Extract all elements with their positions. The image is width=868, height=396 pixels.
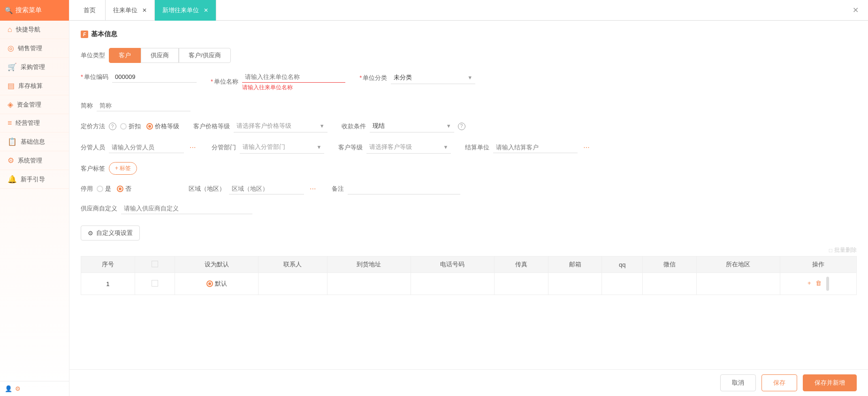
col-default: 设为默认 bbox=[175, 256, 259, 273]
pricing-level-radio bbox=[146, 123, 153, 130]
disabled-yes-option[interactable]: 是 bbox=[97, 185, 111, 193]
batch-delete-label[interactable]: 批量删除 bbox=[834, 246, 857, 254]
dept-chevron-icon: ▼ bbox=[316, 144, 321, 150]
unit-type-row: 单位类型 客户 供应商 客户/供应商 bbox=[81, 48, 857, 63]
settlement-unit-input[interactable] bbox=[493, 142, 578, 153]
section-title-label: 基本信息 bbox=[91, 30, 117, 39]
table-row: 1 默认 bbox=[81, 273, 857, 295]
settlement-unit-field: 结算单位 ··· bbox=[465, 142, 591, 153]
sidebar-search-label: 搜索菜单 bbox=[15, 6, 42, 15]
name-required-star: * bbox=[211, 78, 213, 85]
tab-partner-close[interactable]: ✕ bbox=[142, 7, 147, 14]
tab-partner[interactable]: 往来单位 ✕ bbox=[106, 0, 155, 21]
save-and-new-button[interactable]: 保存并新增 bbox=[803, 374, 857, 391]
row-default-radio[interactable]: 默认 bbox=[180, 280, 253, 288]
col-email: 邮箱 bbox=[548, 256, 602, 273]
customer-tag-field: 客户标签 + 标签 bbox=[81, 162, 175, 175]
payment-terms-help-icon[interactable]: ? bbox=[458, 123, 465, 130]
dept-select[interactable]: 请输入分管部门 ▼ bbox=[240, 141, 324, 154]
supplier-custom-input[interactable] bbox=[121, 203, 252, 214]
abbreviation-input[interactable] bbox=[97, 100, 190, 111]
disabled-no-option[interactable]: 否 bbox=[117, 185, 131, 193]
row-address bbox=[327, 273, 411, 295]
basic-info-icon: 📋 bbox=[8, 137, 17, 146]
pricing-discount-option[interactable]: 折扣 bbox=[120, 122, 141, 131]
region-field: 区域（地区） ··· bbox=[189, 183, 318, 194]
region-more-btn[interactable]: ··· bbox=[308, 185, 318, 193]
sidebar-item-quick-nav[interactable]: ⌂ 快捷导航 bbox=[0, 21, 69, 39]
batch-delete-icon: □ bbox=[829, 247, 832, 254]
sidebar-item-newbie[interactable]: 🔔 新手引导 bbox=[0, 170, 69, 189]
sidebar-item-label: 资金管理 bbox=[17, 101, 41, 109]
unit-code-input[interactable] bbox=[112, 71, 197, 83]
tabbar-close-button[interactable]: ✕ bbox=[848, 6, 863, 15]
header-checkbox[interactable] bbox=[152, 261, 158, 267]
sidebar-item-inventory[interactable]: ▤ 库存核算 bbox=[0, 77, 69, 95]
code-name-category-row: *单位编码 *单位名称 请输入往来单位名称 bbox=[81, 71, 857, 92]
save-button[interactable]: 保存 bbox=[761, 374, 797, 391]
sidebar-search[interactable]: 🔍 搜索菜单 bbox=[0, 0, 69, 21]
pricing-method-label: 定价方法 ? bbox=[81, 122, 116, 131]
tag-row: 客户标签 + 标签 bbox=[81, 162, 857, 175]
disabled-label: 停用 bbox=[81, 185, 93, 193]
abbreviation-row: 简称 bbox=[81, 100, 857, 111]
sidebar-item-label: 新手引导 bbox=[21, 175, 45, 184]
row-wechat bbox=[642, 273, 696, 295]
tab-new-partner-close[interactable]: ✕ bbox=[204, 7, 208, 14]
custom-settings-button[interactable]: ⚙ 自定义项设置 bbox=[81, 225, 140, 241]
sidebar-item-finance[interactable]: ◈ 资金管理 bbox=[0, 95, 69, 114]
unit-code-field: *单位编码 bbox=[81, 71, 197, 83]
table-header-row: 序号 设为默认 联系人 到货地址 电话号码 传真 邮箱 qq 微信 所在地区 操… bbox=[81, 256, 857, 273]
add-tag-button[interactable]: + 标签 bbox=[109, 162, 137, 175]
payment-terms-select[interactable]: 现结 ▼ bbox=[370, 120, 454, 132]
col-seq: 序号 bbox=[81, 256, 135, 273]
sidebar-item-sales[interactable]: ◎ 销售管理 bbox=[0, 39, 69, 58]
unit-type-both-btn[interactable]: 客户/供应商 bbox=[179, 48, 231, 63]
customer-level-select[interactable]: 请选择客户等级 ▼ bbox=[366, 141, 451, 154]
section-basic-info: F 基本信息 bbox=[81, 30, 857, 39]
system-icon: ⚙ bbox=[8, 156, 14, 165]
sidebar-item-operations[interactable]: ≡ 经营管理 bbox=[0, 114, 69, 132]
unit-type-customer-btn[interactable]: 客户 bbox=[109, 48, 141, 63]
settlement-more-btn[interactable]: ··· bbox=[581, 143, 591, 152]
tab-partner-label: 往来单位 bbox=[113, 6, 137, 15]
form-footer: 取消 保存 保存并新增 bbox=[69, 369, 868, 396]
cancel-button[interactable]: 取消 bbox=[720, 374, 756, 391]
pricing-level-option[interactable]: 价格等级 bbox=[146, 122, 179, 131]
abbreviation-field: 简称 bbox=[81, 100, 190, 111]
purchase-icon: 🛒 bbox=[8, 62, 17, 71]
delete-row-btn[interactable]: 🗑 bbox=[815, 280, 822, 287]
manager-more-btn[interactable]: ··· bbox=[188, 143, 198, 152]
row-1-checkbox[interactable] bbox=[152, 280, 158, 287]
region-label: 区域（地区） bbox=[189, 185, 225, 193]
remark-input[interactable] bbox=[348, 183, 460, 194]
unit-type-supplier-btn[interactable]: 供应商 bbox=[141, 48, 179, 63]
tab-new-partner[interactable]: 新增往来单位 ✕ bbox=[155, 0, 216, 21]
region-input[interactable] bbox=[229, 183, 304, 194]
sidebar-item-purchase[interactable]: 🛒 采购管理 bbox=[0, 58, 69, 77]
sidebar-bottom: 👤 ⚙ bbox=[0, 381, 69, 396]
row-phone bbox=[411, 273, 494, 295]
supplier-custom-field: 供应商自定义 bbox=[81, 203, 252, 214]
section-icon: F bbox=[81, 31, 88, 38]
col-qq: qq bbox=[602, 256, 643, 273]
sidebar-item-basic-info[interactable]: 📋 基础信息 bbox=[0, 132, 69, 151]
manager-input[interactable] bbox=[109, 142, 184, 153]
add-row-btn[interactable]: + bbox=[807, 280, 811, 287]
customer-price-level-select[interactable]: 请选择客户价格等级 ▼ bbox=[234, 120, 327, 132]
row-scrollbar-handle bbox=[826, 277, 829, 291]
newbie-icon: 🔔 bbox=[8, 175, 17, 184]
unit-name-input[interactable] bbox=[242, 71, 345, 83]
tab-home[interactable]: 首页 bbox=[74, 0, 106, 21]
sidebar-item-system[interactable]: ⚙ 系统管理 bbox=[0, 151, 69, 170]
sidebar-item-label: 经营管理 bbox=[15, 119, 40, 127]
disabled-no-label: 否 bbox=[125, 185, 131, 193]
pricing-discount-label: 折扣 bbox=[129, 122, 141, 131]
unit-category-field: *单位分类 未分类 ▼ bbox=[359, 71, 475, 84]
unit-type-group: 客户 供应商 客户/供应商 bbox=[109, 48, 231, 63]
pricing-help-icon[interactable]: ? bbox=[109, 123, 116, 130]
cat-required-star: * bbox=[359, 74, 362, 81]
supplier-custom-label: 供应商自定义 bbox=[81, 204, 117, 213]
unit-category-select[interactable]: 未分类 ▼ bbox=[391, 71, 475, 84]
disabled-radio-group: 是 否 bbox=[97, 185, 131, 193]
